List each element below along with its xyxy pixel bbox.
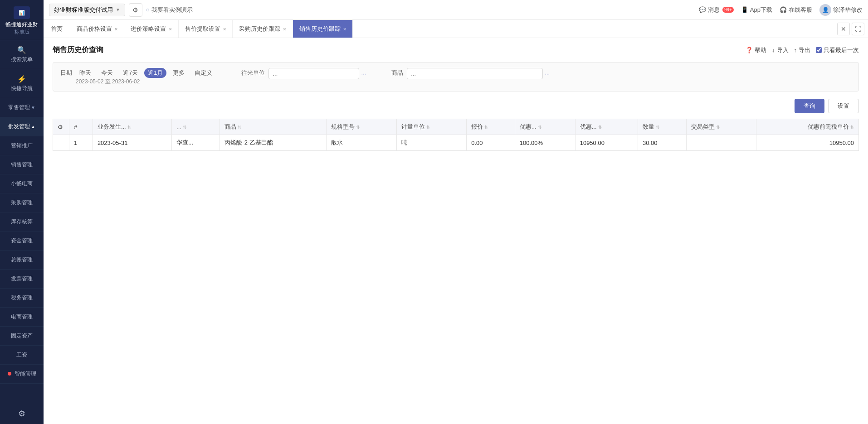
sort-icon-more-cols: ⇅	[183, 125, 186, 130]
tab-home[interactable]: 首页	[44, 20, 70, 38]
supplier-more-btn[interactable]: ···	[361, 70, 366, 77]
page-actions: ❓ 帮助 ↓ 导入 ↑ 导出 只看最后一次	[746, 46, 859, 54]
sidebar-item-marketing[interactable]: 营销推广	[0, 136, 44, 155]
sidebar-item-search[interactable]: 🔍 搜索菜单	[0, 40, 44, 69]
sidebar-item-retail[interactable]: 零售管理 ▼	[0, 98, 44, 117]
tab-close-window-btn[interactable]: ✕	[837, 23, 850, 35]
th-unit[interactable]: 计量单位 ⇅	[396, 119, 466, 135]
message-btn[interactable]: 💬 消息 99+	[699, 6, 734, 14]
th-discount-rate[interactable]: 优惠... ⇅	[515, 119, 575, 135]
product-filter-label: 商品	[391, 68, 403, 77]
tab-purchase-strategy-close-icon[interactable]: ×	[169, 26, 171, 32]
date-options-group: 昨天 今天 近7天 近1月 更多 自定义 2023-05-02 至 2023-0…	[76, 68, 216, 86]
only-last-checkbox[interactable]	[816, 47, 822, 53]
user-profile-btn[interactable]: 👤 徐泽华修改	[819, 4, 863, 16]
th-transaction-type[interactable]: 交易类型 ⇅	[686, 119, 756, 135]
table-row[interactable]: 1 2023-05-31 华查... 丙烯酸-2-乙基己酯 散水 吨 0.00 …	[53, 135, 859, 151]
supplier-filter-block: 往来单位 ···	[241, 68, 366, 79]
sidebar-item-tax[interactable]: 税务管理	[0, 289, 44, 308]
sidebar-item-inventory[interactable]: 库存核算	[0, 212, 44, 231]
th-gear[interactable]: ⚙	[53, 119, 69, 135]
sidebar-item-ecommerce-light[interactable]: 小畅电商	[0, 174, 44, 193]
row-discount-rate: 100.00%	[515, 135, 575, 151]
date-option-custom[interactable]: 自定义	[191, 68, 216, 78]
user-name: 徐泽华修改	[833, 6, 863, 14]
tab-sale-history[interactable]: 销售历史价跟踪 ×	[293, 20, 353, 38]
app-selector[interactable]: 好业财标准版交付试用 ▼	[49, 4, 125, 16]
sidebar-item-payroll-label: 工资	[2, 351, 42, 359]
avatar: 👤	[819, 4, 831, 16]
th-more-cols[interactable]: ... ⇅	[172, 119, 220, 135]
date-option-today[interactable]: 今天	[98, 68, 117, 78]
page-content: 销售历史价查询 ❓ 帮助 ↓ 导入 ↑ 导出 只看最后一次	[44, 38, 868, 424]
th-spec-label: 规格型号	[331, 123, 355, 131]
tab-purchase-strategy-label: 进价策略设置	[131, 25, 166, 33]
th-discount-price-label: 优惠...	[580, 123, 597, 131]
tab-maximize-btn[interactable]: ⛶	[852, 23, 864, 35]
sidebar-item-smart-mgmt[interactable]: 智能管理	[0, 365, 44, 384]
sidebar-settings-btn[interactable]: ⚙	[0, 403, 44, 424]
th-product-label: 商品	[224, 123, 236, 131]
sort-icon-spec: ⇅	[356, 125, 360, 130]
tab-sale-history-label: 销售历史价跟踪	[299, 25, 341, 33]
sidebar-item-purchase[interactable]: 采购管理	[0, 193, 44, 212]
th-quantity-label: 数量	[643, 123, 654, 131]
tab-product-price-close-icon[interactable]: ×	[115, 26, 117, 32]
sidebar-item-ecommerce[interactable]: 电商管理	[0, 308, 44, 327]
sidebar: 📊 畅捷通好业财 标准版 🔍 搜索菜单 ⚡ 快捷导航 零售管理 ▼ 批发管理 ▲…	[0, 0, 44, 424]
date-option-yesterday[interactable]: 昨天	[76, 68, 95, 78]
sidebar-item-accounts[interactable]: 总账管理	[0, 251, 44, 270]
th-price[interactable]: 报价 ⇅	[467, 119, 515, 135]
query-button[interactable]: 查询	[795, 99, 824, 113]
app-download-btn[interactable]: 📱 App下载	[741, 6, 772, 14]
date-option-last1month[interactable]: 近1月	[144, 68, 166, 78]
only-last-label: 只看最后一次	[824, 46, 859, 54]
sidebar-item-fixed-assets-label: 固定资产	[2, 332, 42, 340]
th-quantity[interactable]: 数量 ⇅	[638, 119, 686, 135]
product-more-btn[interactable]: ···	[545, 70, 550, 77]
tab-product-price[interactable]: 商品价格设置 ×	[70, 20, 124, 38]
help-btn[interactable]: ❓ 帮助	[746, 46, 766, 54]
tab-sale-extract[interactable]: 售价提取设置 ×	[179, 20, 233, 38]
tab-purchase-history[interactable]: 采购历史价跟踪 ×	[233, 20, 293, 38]
topbar-right: 💬 消息 99+ 📱 App下载 🎧 在线客服 👤 徐泽华修改	[699, 4, 863, 16]
th-pretax-price[interactable]: 优惠前无税单价 ⇅	[756, 119, 858, 135]
sidebar-logo: 📊 畅捷通好业财 标准版	[0, 0, 44, 40]
app-download-icon: 📱	[741, 6, 748, 13]
sidebar-item-quick-nav[interactable]: ⚡ 快捷导航	[0, 69, 44, 98]
tab-purchase-history-close-icon[interactable]: ×	[283, 26, 286, 32]
only-last-checkbox-wrap[interactable]: 只看最后一次	[816, 46, 859, 54]
date-option-last7days[interactable]: 近7天	[119, 68, 141, 78]
th-business-date[interactable]: 业务发生... ⇅	[93, 119, 171, 135]
tab-sale-history-close-icon[interactable]: ×	[343, 26, 346, 32]
supplier-filter-label: 往来单位	[241, 68, 265, 77]
product-input[interactable]	[407, 68, 543, 79]
th-product[interactable]: 商品 ⇅	[220, 119, 327, 135]
sidebar-item-accounts-label: 总账管理	[2, 256, 42, 264]
sidebar-item-fixed-assets[interactable]: 固定资产	[0, 327, 44, 346]
import-btn[interactable]: ↓ 导入	[772, 46, 789, 54]
th-unit-label: 计量单位	[401, 123, 425, 131]
demo-btn[interactable]: ○ 我要看实例演示	[146, 6, 193, 14]
export-btn[interactable]: ↑ 导出	[794, 46, 811, 54]
date-option-more[interactable]: 更多	[169, 68, 188, 78]
sidebar-item-funds[interactable]: 资金管理	[0, 231, 44, 251]
th-discount-price[interactable]: 优惠... ⇅	[575, 119, 638, 135]
sidebar-item-invoice[interactable]: 发票管理	[0, 270, 44, 289]
sidebar-item-wholesale[interactable]: 批发管理 ▲	[0, 117, 44, 136]
settings-button[interactable]: 设置	[828, 99, 859, 113]
import-icon: ↓	[772, 47, 775, 53]
row-unit: 吨	[396, 135, 466, 151]
supplier-input[interactable]	[268, 68, 359, 79]
topbar-settings-btn[interactable]: ⚙	[129, 3, 142, 17]
search-icon: 🔍	[2, 46, 42, 54]
sidebar-item-payroll[interactable]: 工资	[0, 346, 44, 365]
th-spec[interactable]: 规格型号 ⇅	[327, 119, 396, 135]
tab-product-price-label: 商品价格设置	[77, 25, 112, 33]
tab-sale-extract-close-icon[interactable]: ×	[223, 26, 226, 32]
sidebar-item-sales-mgmt[interactable]: 销售管理	[0, 155, 44, 174]
tab-purchase-strategy[interactable]: 进价策略设置 ×	[124, 20, 178, 38]
row-supplier: 华查...	[172, 135, 220, 151]
online-service-btn[interactable]: 🎧 在线客服	[780, 6, 812, 14]
chevron-up-icon: ▲	[31, 124, 35, 129]
